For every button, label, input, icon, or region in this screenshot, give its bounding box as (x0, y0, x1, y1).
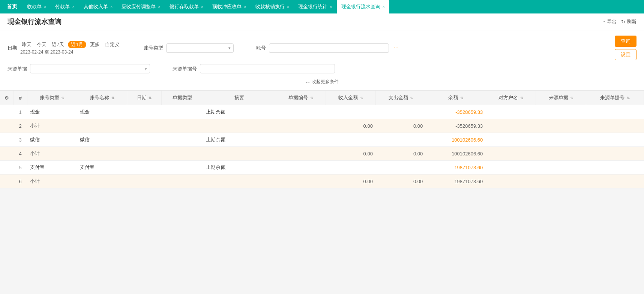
account-no-input[interactable] (269, 43, 389, 53)
close-icon[interactable]: × (110, 4, 113, 9)
date-opt-today[interactable]: 今天 (35, 41, 48, 48)
close-icon[interactable]: × (201, 4, 203, 9)
table-row: 1现金现金上期余额-3528659.33 (0, 105, 644, 119)
row-account-name (77, 175, 127, 188)
row-account-type: 小计 (27, 119, 77, 133)
close-icon[interactable]: × (287, 4, 289, 9)
table-row: 2小计0.000.00-3528659.33 (0, 119, 644, 133)
settings-button[interactable]: 设置 (615, 49, 636, 60)
col-balance[interactable]: 余额 ⇅ (426, 91, 486, 105)
row-gear (0, 161, 14, 175)
row-source-doc-no (586, 175, 644, 188)
row-index: 6 (14, 175, 27, 188)
row-index: 3 (14, 133, 27, 147)
row-date (127, 119, 161, 133)
query-button[interactable]: 查询 (615, 36, 636, 47)
row-account-name: 支付宝 (77, 161, 127, 175)
close-icon[interactable]: × (244, 4, 246, 9)
export-button[interactable]: ↑ 导出 (603, 18, 617, 25)
row-gear (0, 175, 14, 188)
row-account-type: 小计 (27, 147, 77, 161)
row-income (326, 133, 376, 147)
nav-home[interactable]: 首页 (2, 3, 23, 10)
col-account-name[interactable]: 账号名称 ⇅ (77, 91, 127, 105)
nav-tab-预收冲应收单[interactable]: 预收冲应收单 × (208, 0, 251, 13)
source-doc-no-input[interactable] (200, 64, 335, 73)
date-opt-7days[interactable]: 近7天 (50, 41, 66, 48)
nav-tab-收款单[interactable]: 收款单 × (23, 0, 51, 13)
date-opt-1month[interactable]: 近1月 (68, 41, 86, 48)
row-expense (376, 105, 426, 119)
page-header: 现金银行流水查询 ↑ 导出 ↻ 刷新 (0, 13, 644, 30)
row-index: 2 (14, 119, 27, 133)
date-range: 2023-02-24 至 2023-03-24 (20, 49, 121, 55)
row-counterparty (486, 133, 536, 147)
close-icon[interactable]: × (383, 4, 385, 9)
nav-tab-应收应付调整单[interactable]: 应收应付调整单 × (117, 0, 165, 13)
col-expense[interactable]: 支出金额 ⇅ (376, 91, 426, 105)
row-source-doc (536, 147, 586, 161)
nav-tab-收款核销执行[interactable]: 收款核销执行 × (251, 0, 294, 13)
nav-tab-其他收入单[interactable]: 其他收入单 × (79, 0, 117, 13)
row-summary (203, 147, 276, 161)
col-index: # (14, 91, 27, 105)
col-doc-no[interactable]: 单据编号 ⇅ (276, 91, 326, 105)
source-doc-select[interactable] (30, 64, 150, 73)
date-options: 昨天 今天 近7天 近1月 更多 自定义 (20, 41, 121, 48)
row-balance: 100102606.60 (426, 147, 486, 161)
row-doc-type (161, 119, 203, 133)
col-source-doc[interactable]: 来源单据 ⇅ (536, 91, 586, 105)
row-account-type: 小计 (27, 175, 77, 188)
data-table: ⚙ # 账号类型 ⇅ 账号名称 ⇅ 日期 ⇅ 单据类型 摘要 单据编号 ⇅ 收入… (0, 91, 644, 188)
close-icon[interactable]: × (72, 4, 74, 9)
close-icon[interactable]: × (158, 4, 160, 9)
row-gear (0, 119, 14, 133)
row-expense: 0.00 (376, 175, 426, 188)
row-date (127, 133, 161, 147)
row-doc-no (276, 119, 326, 133)
account-type-filter-group: 账号类型 (144, 43, 234, 53)
refresh-button[interactable]: ↻ 刷新 (621, 18, 636, 25)
row-balance: 100102606.60 (426, 133, 486, 147)
row-source-doc-no (586, 105, 644, 119)
col-gear[interactable]: ⚙ (0, 91, 14, 105)
close-icon[interactable]: × (44, 4, 46, 9)
account-type-select[interactable] (166, 43, 234, 53)
row-gear (0, 147, 14, 161)
date-opt-more[interactable]: 更多 (89, 41, 101, 48)
close-icon[interactable]: × (330, 4, 332, 9)
row-counterparty (486, 105, 536, 119)
row-index: 1 (14, 105, 27, 119)
account-no-more-button[interactable]: ··· (392, 45, 400, 51)
row-source-doc-no (586, 161, 644, 175)
nav-tab-现金银行统计[interactable]: 现金银行统计 × (294, 0, 336, 13)
row-counterparty (486, 175, 536, 188)
nav-tab-现金银行流水查询[interactable]: 现金银行流水查询 × (337, 0, 389, 13)
nav-tab-银行存取款单[interactable]: 银行存取款单 × (165, 0, 208, 13)
col-counterparty[interactable]: 对方户名 ⇅ (486, 91, 536, 105)
row-doc-type (161, 175, 203, 188)
date-opt-custom[interactable]: 自定义 (104, 41, 121, 48)
row-counterparty (486, 147, 536, 161)
col-account-type[interactable]: 账号类型 ⇅ (27, 91, 77, 105)
export-icon: ↑ (603, 19, 606, 25)
row-doc-type (161, 105, 203, 119)
date-opt-yesterday[interactable]: 昨天 (20, 41, 33, 48)
col-income[interactable]: 收入金额 ⇅ (326, 91, 376, 105)
table-row: 5支付宝支付宝上期余额19871073.60 (0, 161, 644, 175)
row-balance: -3528659.33 (426, 105, 486, 119)
row-source-doc (536, 119, 586, 133)
nav-tab-付款单[interactable]: 付款单 × (51, 0, 79, 13)
table-row: 6小计0.000.0019871073.60 (0, 175, 644, 188)
row-income: 0.00 (326, 175, 376, 188)
col-source-doc-no[interactable]: 来源单据号 ⇅ (586, 91, 644, 105)
row-account-name: 微信 (77, 133, 127, 147)
row-income (326, 161, 376, 175)
col-date[interactable]: 日期 ⇅ (127, 91, 161, 105)
row-source-doc (536, 133, 586, 147)
row-date (127, 175, 161, 188)
row-doc-type (161, 133, 203, 147)
row-summary: 上期余额 (203, 161, 276, 175)
collapse-bar[interactable]: ︿ 收起更多条件 (8, 77, 636, 87)
row-balance: 19871073.60 (426, 161, 486, 175)
